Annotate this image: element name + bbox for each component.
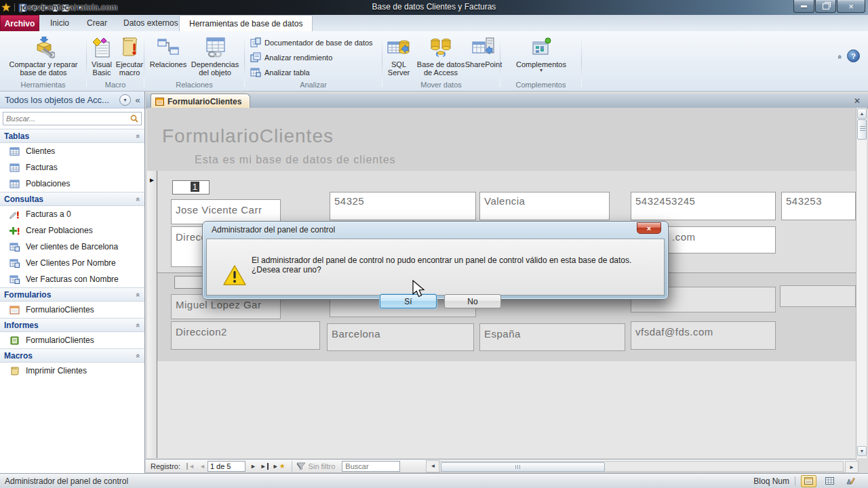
base-datos-access-label: Base de datos de Access: [414, 60, 468, 77]
datasheet-view-button[interactable]: [822, 475, 837, 487]
previous-record-button[interactable]: ◄: [197, 461, 208, 472]
hscroll-right-button[interactable]: ►: [845, 461, 859, 473]
help-button[interactable]: ?: [847, 49, 860, 62]
nav-section-informes[interactable]: Informes «: [0, 318, 144, 332]
complementos-button[interactable]: Complementos ▾: [513, 34, 570, 73]
nav-search-box[interactable]: [3, 112, 142, 125]
minimize-button[interactable]: [793, 0, 814, 13]
tab-datos-externos[interactable]: Datos externos: [114, 15, 188, 31]
record2-pais-field[interactable]: España: [479, 323, 625, 351]
section-collapse-icon[interactable]: «: [134, 323, 142, 327]
dependencias-button[interactable]: Dependencias del objeto: [188, 34, 242, 77]
section-collapse-icon[interactable]: «: [134, 134, 142, 138]
record2-ciudad-field[interactable]: Barcelona: [327, 323, 474, 351]
record1-id-field[interactable]: 1: [172, 180, 210, 195]
nav-pane-collapse-icon[interactable]: «: [131, 95, 144, 105]
record2-campo4-field[interactable]: [780, 285, 856, 307]
nav-pane-menu-dropdown-icon[interactable]: ▾: [119, 94, 131, 106]
visual-basic-button[interactable]: Visual Basic: [88, 34, 115, 77]
record2-email-field[interactable]: vfsdaf@fds.com: [631, 321, 776, 350]
nav-item-ver-facturas-con-nombre[interactable]: Ver Facturas con Nombre: [0, 271, 144, 287]
no-button[interactable]: No: [444, 294, 501, 308]
document-tab-label: FormularioClientes: [167, 97, 241, 106]
analizar-tabla-button[interactable]: Analizar tabla: [250, 66, 310, 79]
tab-inicio[interactable]: Inicio: [41, 15, 79, 31]
documentador-label: Documentador de base de datos: [264, 39, 373, 47]
restore-button[interactable]: [815, 0, 836, 13]
record-search-input[interactable]: [342, 461, 400, 472]
tab-archivo[interactable]: Archivo: [0, 15, 39, 31]
document-tab-formulario-clientes[interactable]: FormularioClientes: [151, 94, 250, 108]
dialog-body: El administrador del panel de control no…: [206, 239, 665, 296]
yes-button[interactable]: Sí: [380, 294, 437, 308]
nav-item-imprimir-clientes[interactable]: Imprimir Clientes: [0, 363, 144, 379]
tab-herramientas-bd[interactable]: Herramientas de base de datos: [179, 15, 313, 31]
horizontal-scrollbar[interactable]: [439, 461, 844, 472]
record-selector-bar[interactable]: ►: [147, 171, 157, 458]
nav-item-ver-clientes-por-nombre[interactable]: Ver Clientes Por Nombre: [0, 255, 144, 271]
nav-pane-header[interactable]: Todos los objetos de Acc... ▾ «: [0, 92, 144, 108]
vertical-scroll-thumb[interactable]: [857, 119, 867, 140]
last-record-button[interactable]: ►: [258, 461, 271, 472]
nav-section-formularios[interactable]: Formularios «: [0, 287, 144, 302]
numlock-indicator: Bloq Num: [753, 476, 789, 486]
scroll-up-button[interactable]: ▲: [857, 108, 867, 119]
ejecutar-macro-button[interactable]: Ejecutar macro: [115, 34, 144, 77]
nav-section-consultas[interactable]: Consultas «: [0, 192, 144, 206]
nav-item-label: Facturas: [26, 163, 58, 172]
base-datos-access-button[interactable]: Base de datos de Access: [414, 34, 468, 77]
nav-search-input[interactable]: [3, 115, 130, 123]
new-record-star-icon: ★: [279, 462, 285, 470]
arrow-left-icon: ◄: [430, 463, 435, 469]
nav-item-ver-clientes-barcelona[interactable]: Ver clientes de Barcelona: [0, 239, 144, 255]
close-button[interactable]: ×: [837, 0, 865, 13]
horizontal-scroll-thumb[interactable]: [441, 462, 605, 472]
compactar-reparar-label: Compactar y reparar base de datos: [5, 60, 81, 77]
relaciones-button[interactable]: Relaciones: [149, 34, 188, 68]
access-database-icon: [429, 34, 453, 58]
nav-item-poblaciones[interactable]: Poblaciones: [0, 176, 144, 192]
object-dependencies-icon: [203, 34, 227, 58]
nav-item-clientes[interactable]: Clientes: [0, 143, 144, 159]
next-record-button[interactable]: ►: [248, 461, 258, 472]
nav-item-facturas[interactable]: Facturas: [0, 159, 144, 176]
nav-item-facturas-a-0[interactable]: Facturas a 0: [0, 206, 144, 222]
filter-status[interactable]: Sin filtro: [296, 462, 336, 470]
nav-item-crear-poblaciones[interactable]: Crear Poblaciones: [0, 222, 144, 239]
record1-campo4-field[interactable]: 543253: [781, 192, 856, 220]
dialog-close-button[interactable]: ×: [637, 222, 661, 234]
vertical-scrollbar[interactable]: ▲ ▼: [856, 108, 867, 458]
document-close-button[interactable]: ✕: [852, 96, 863, 106]
hscroll-left-button[interactable]: ◄: [426, 460, 439, 472]
form-view-button[interactable]: [801, 475, 816, 487]
analizar-rendimiento-button[interactable]: Analizar rendimiento: [250, 51, 332, 64]
dialog-title: Administrador del panel de control: [212, 225, 335, 235]
tab-crear[interactable]: Crear: [77, 15, 117, 31]
nav-section-tablas[interactable]: Tablas «: [0, 129, 144, 143]
section-collapse-icon[interactable]: «: [134, 353, 142, 357]
scroll-down-button[interactable]: ▼: [857, 446, 867, 456]
record1-campo2-field[interactable]: Valencia: [479, 192, 610, 220]
sql-server-button[interactable]: SQL Server: [384, 34, 414, 77]
next-record-icon: ►: [250, 463, 256, 470]
record1-campo1-field[interactable]: 54325: [330, 192, 476, 220]
record2-direccion-field[interactable]: Direccion2: [171, 321, 320, 350]
form-title: FormularioClientes: [162, 125, 334, 147]
record1-campo3-field[interactable]: 5432453245: [631, 192, 776, 220]
section-collapse-icon[interactable]: «: [134, 197, 142, 201]
first-record-button[interactable]: ◄: [184, 461, 197, 472]
nav-item-formulario-clientes-form[interactable]: FormularioClientes: [0, 302, 144, 318]
nav-section-macros[interactable]: Macros «: [0, 348, 144, 363]
analizar-rendimiento-label: Analizar rendimiento: [264, 54, 332, 62]
sharepoint-button[interactable]: SharePoint: [468, 34, 499, 68]
design-view-button[interactable]: [843, 475, 859, 487]
documentador-button[interactable]: Documentador de base de datos: [250, 36, 373, 49]
nav-item-label: Clientes: [26, 146, 55, 156]
section-collapse-icon[interactable]: «: [134, 292, 142, 296]
new-record-button[interactable]: ►★: [271, 461, 288, 472]
nav-item-formulario-clientes-report[interactable]: FormularioClientes: [0, 332, 144, 348]
search-icon[interactable]: [130, 114, 139, 123]
compactar-reparar-button[interactable]: Compactar y reparar base de datos: [5, 34, 81, 77]
ribbon-collapse-icon[interactable]: «: [836, 55, 844, 59]
record-position-box[interactable]: [208, 461, 245, 472]
